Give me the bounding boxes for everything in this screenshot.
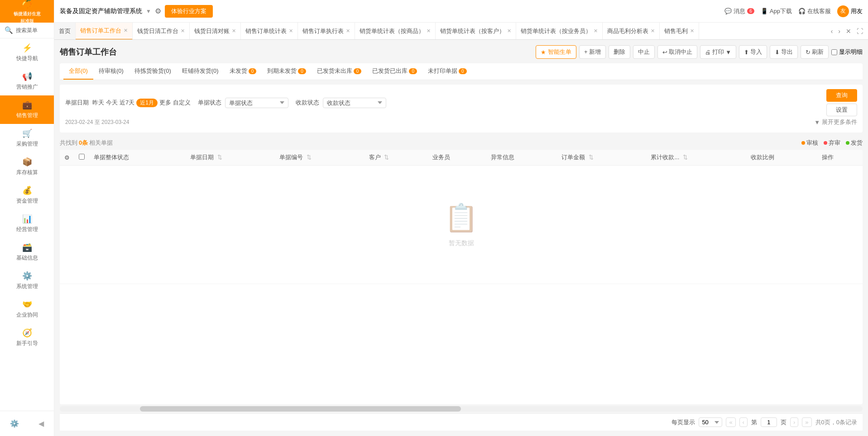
tab-scroll-right[interactable]: ›	[836, 27, 843, 36]
setting-btn[interactable]: 设置	[826, 104, 857, 116]
filter-tab-all[interactable]: 全部(0)	[63, 63, 93, 80]
review-action[interactable]: 审核	[801, 139, 818, 147]
date-more[interactable]: 更多	[159, 99, 171, 107]
page-prev-btn[interactable]: ‹	[739, 417, 748, 427]
tab-sales-exec-close[interactable]: ✕	[346, 28, 350, 34]
filter-tab-not-delivered[interactable]: 未发货0	[224, 63, 262, 80]
add-btn[interactable]: + 新增	[579, 45, 606, 59]
th-date-sort[interactable]: ⇅	[217, 154, 222, 161]
tab-sales-stat-product[interactable]: 销货单统计表（按商品） ✕	[355, 23, 436, 40]
tab-sales-stat-close[interactable]: ✕	[289, 28, 293, 34]
online-service-btn[interactable]: 🎧 在线客服	[798, 7, 831, 15]
tab-profit-analysis-close[interactable]: ✕	[651, 28, 655, 34]
sidebar-item-business[interactable]: 📊 经营管理	[0, 209, 54, 238]
filter-tab-not-printed[interactable]: 未打印单据0	[422, 63, 472, 80]
import-icon: ⬆	[744, 49, 749, 56]
tab-fullscreen[interactable]: ⛶	[854, 27, 865, 36]
tab-home[interactable]: 首页	[54, 23, 76, 40]
sidebar-item-sales[interactable]: 💼 销售管理	[0, 95, 54, 124]
deliver-dot	[846, 141, 849, 145]
sidebar-settings-btn[interactable]: ⚙️	[5, 415, 24, 432]
page-last-btn[interactable]: »	[802, 417, 811, 427]
deliver-action[interactable]: 发货	[846, 139, 863, 147]
date-today[interactable]: 今天	[106, 99, 118, 107]
tab-sales-stat-customer[interactable]: 销货单统计表（按客户） ✕	[436, 23, 516, 40]
payment-select[interactable]: 收款状态	[323, 98, 386, 108]
tab-sales-stat-customer-close[interactable]: ✕	[507, 28, 511, 34]
tab-sales-stat-staff[interactable]: 销货单统计表（按业务员） ✕	[516, 23, 603, 40]
sidebar-item-collab[interactable]: 🤝 企业协同	[0, 295, 54, 323]
tab-cash-reconcile[interactable]: 钱货日清对账 ✕	[190, 23, 241, 40]
refresh-btn[interactable]: ↻ 刷新	[801, 45, 829, 59]
message-btn[interactable]: 💬 消息 6	[724, 7, 754, 15]
filter-tab-pending-review[interactable]: 待审核(0)	[93, 63, 129, 80]
experience-btn[interactable]: 体验行业方案	[165, 5, 213, 18]
filter-tab-wangpu[interactable]: 旺铺待发货(0)	[177, 63, 224, 80]
sidebar-item-basic[interactable]: 🗃️ 基础信息	[0, 238, 54, 266]
topbar-gear-icon[interactable]: ⚙	[155, 7, 161, 15]
tab-close-all[interactable]: ✕	[844, 27, 854, 36]
tab-profit-analysis[interactable]: 商品毛利分析表 ✕	[603, 23, 660, 40]
import-btn[interactable]: ⬆ 导入	[739, 45, 767, 59]
empty-cell: 📋 暂无数据	[60, 166, 863, 284]
tab-sales-stat-staff-close[interactable]: ✕	[594, 28, 598, 34]
th-settings[interactable]: ⚙	[60, 150, 74, 166]
user-menu[interactable]: 友 用友	[837, 5, 863, 17]
print-btn[interactable]: 🖨 打印 ▼	[700, 45, 736, 59]
query-btn[interactable]: 查询	[826, 89, 857, 102]
page-first-btn[interactable]: «	[726, 417, 735, 427]
topbar-dropdown-arrow[interactable]: ▼	[146, 8, 151, 14]
stop-btn[interactable]: 中止	[633, 45, 655, 59]
tab-sales-exec[interactable]: 销售订单执行表 ✕	[298, 23, 355, 40]
th-received-sort[interactable]: ⇅	[683, 154, 688, 161]
filter-tab-overdue[interactable]: 到期未发货0	[262, 63, 312, 80]
sidebar-item-finance[interactable]: 💰 资金管理	[0, 181, 54, 209]
filter-tab-wangpu-label: 旺铺待发货	[182, 67, 211, 74]
status-select[interactable]: 单据状态	[225, 98, 288, 108]
tab-sales-stat-product-close[interactable]: ✕	[427, 28, 431, 34]
date-1month[interactable]: 近1月	[136, 99, 158, 107]
select-all-checkbox[interactable]	[79, 154, 85, 160]
app-download-btn[interactable]: 📱 App下载	[761, 7, 792, 15]
expand-btn[interactable]: ▼ 展开更多条件	[814, 118, 857, 126]
horizontal-scrollbar[interactable]	[60, 406, 863, 412]
tab-scroll-left[interactable]: ‹	[829, 27, 835, 36]
smart-generate-btn[interactable]: ★ 智能生单	[536, 45, 576, 59]
sidebar-item-quick-nav[interactable]: ⚡ 快捷导航	[0, 38, 54, 67]
th-amount-sort[interactable]: ⇅	[589, 154, 594, 161]
cancel-stop-btn[interactable]: ↩ 取消中止	[657, 45, 697, 59]
show-detail-checkbox[interactable]	[831, 49, 837, 55]
show-detail-checkbox-wrap[interactable]: 显示明细	[831, 48, 863, 56]
filter-tab-delivered-out[interactable]: 已发货已出库0	[367, 63, 422, 80]
tab-sales-workbench[interactable]: 销售订单工作台 ✕	[76, 23, 133, 40]
th-number-sort[interactable]: ⇅	[307, 154, 312, 161]
sidebar-item-marketing[interactable]: 📢 营销推广	[0, 67, 54, 95]
sidebar-item-inventory[interactable]: 📦 库存核算	[0, 152, 54, 181]
delete-btn[interactable]: 删除	[609, 45, 630, 59]
sidebar-item-newbie[interactable]: 🧭 新手引导	[0, 323, 54, 352]
tab-cash-daily-close[interactable]: ✕	[181, 28, 185, 34]
tab-cash-reconcile-close[interactable]: ✕	[232, 28, 236, 34]
date-custom[interactable]: 自定义	[173, 99, 191, 107]
date-yesterday[interactable]: 昨天	[92, 99, 104, 107]
page-size-select[interactable]: 50 10 20 100	[699, 417, 722, 427]
export-btn[interactable]: ⬇ 导出	[770, 45, 798, 59]
tab-sales-profit-close[interactable]: ✕	[690, 28, 694, 34]
sidebar-item-purchase[interactable]: 🛒 采购管理	[0, 124, 54, 152]
page-next-btn[interactable]: ›	[790, 417, 798, 427]
th-customer-sort[interactable]: ⇅	[384, 154, 389, 161]
sidebar-search[interactable]: 🔍 搜索菜单	[0, 23, 54, 38]
tab-sales-profit[interactable]: 销售毛利 ✕	[660, 23, 699, 40]
tab-cash-daily[interactable]: 钱货日清工作台 ✕	[133, 23, 190, 40]
horizontal-scrollbar-thumb[interactable]	[140, 406, 461, 412]
sidebar-item-system[interactable]: ⚙️ 系统管理	[0, 266, 54, 295]
page-input[interactable]	[761, 417, 777, 427]
filter-tab-pending-inspect[interactable]: 待拣货验货(0)	[129, 63, 177, 80]
tab-sales-stat[interactable]: 销售订单统计表 ✕	[241, 23, 298, 40]
filter-tab-delivered-not-out[interactable]: 已发货未出库0	[312, 63, 367, 80]
tab-sales-workbench-close[interactable]: ✕	[124, 28, 128, 33]
date-7days[interactable]: 近7天	[120, 99, 134, 107]
sidebar-collapse-btn[interactable]: ◀	[34, 415, 48, 432]
cancel-review-action[interactable]: 弃审	[824, 139, 840, 147]
filter-tab-not-printed-label: 未打印单据	[428, 67, 457, 74]
